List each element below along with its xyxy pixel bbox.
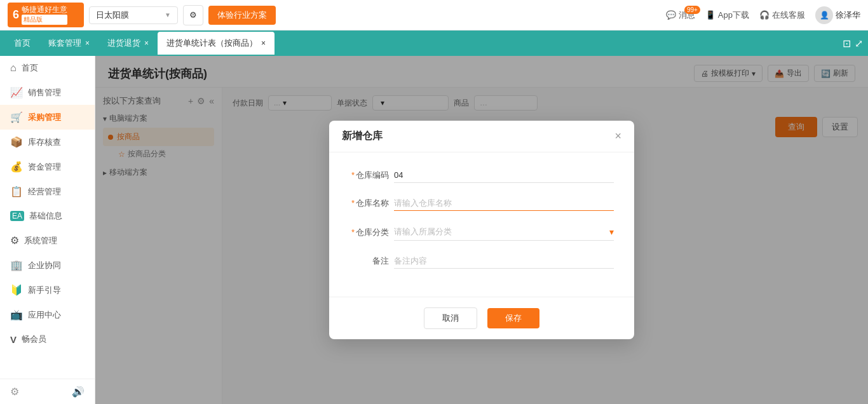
app-download-button[interactable]: 📱 App下载 <box>705 10 749 21</box>
sidebar-item-enterprise[interactable]: 🏢 企业协同 <box>0 253 95 278</box>
tab-purchase-return-close[interactable]: × <box>144 39 149 48</box>
warehouse-code-label: *仓库编码 <box>349 170 394 181</box>
modal-overlay: 新增仓库 × *仓库编码 *仓库名称 <box>95 56 868 404</box>
sidebar-item-basic[interactable]: EA 基础信息 <box>0 204 95 228</box>
main-layout: ⌂ 首页 📈 销售管理 🛒 采购管理 📦 库存核查 💰 资金管理 📋 经营管理 … <box>0 56 868 404</box>
sidebar-item-member[interactable]: V 畅会员 <box>0 327 95 351</box>
tab-purchase-stats-label: 进货单统计表（按商品） <box>166 37 257 49</box>
tab-restore-button[interactable]: ⊡ <box>843 37 851 50</box>
warehouse-category-label: *仓库分类 <box>349 227 394 238</box>
sidebar-settings-icon[interactable]: ⚙ <box>10 386 19 398</box>
tab-home[interactable]: 首页 <box>5 32 39 55</box>
warehouse-note-row: 备注 <box>349 253 614 269</box>
sidebar-item-guide[interactable]: 🔰 新手引导 <box>0 278 95 302</box>
sidebar-item-app[interactable]: 📺 应用中心 <box>0 302 95 327</box>
purchase-icon: 🛒 <box>10 111 23 123</box>
dialog-close-button[interactable]: × <box>614 130 621 143</box>
warehouse-name-input[interactable] <box>394 196 614 211</box>
online-service-button[interactable]: 🎧 在线客服 <box>759 10 805 21</box>
sales-icon: 📈 <box>10 86 23 98</box>
tab-account-label: 账套管理 <box>48 37 81 49</box>
warehouse-note-label: 备注 <box>349 255 394 267</box>
finance-icon: 💰 <box>10 161 23 173</box>
app-icon: 📱 <box>705 10 715 20</box>
enterprise-icon: 🏢 <box>10 259 23 271</box>
system-icon: ⚙ <box>10 234 19 246</box>
avatar: 👤 <box>815 6 833 24</box>
messages-button[interactable]: 💬 消息 99+ <box>666 10 695 21</box>
category-placeholder: 请输入所属分类 <box>394 226 452 238</box>
warehouse-category-row: *仓库分类 请输入所属分类 ▾ <box>349 224 614 241</box>
sidebar-item-purchase-label: 采购管理 <box>28 112 61 123</box>
cancel-button[interactable]: 取消 <box>424 307 477 329</box>
home-icon: ⌂ <box>10 62 17 74</box>
tab-account[interactable]: 账套管理 × <box>39 32 98 55</box>
tab-expand-button[interactable]: ⤢ <box>855 37 863 50</box>
sidebar-item-app-label: 应用中心 <box>28 309 61 321</box>
tab-bar: 首页 账套管理 × 进货退货 × 进货单统计表（按商品） × ⊡ ⤢ <box>0 30 868 56</box>
logo-badge: 精品版 <box>22 15 67 25</box>
sidebar-item-sales-label: 销售管理 <box>28 87 61 98</box>
tab-purchase-stats-close[interactable]: × <box>261 39 266 48</box>
tab-home-label: 首页 <box>14 37 31 49</box>
chevron-down-icon: ▼ <box>165 11 171 18</box>
tab-account-close[interactable]: × <box>85 39 90 48</box>
user-name: 徐泽华 <box>836 10 860 21</box>
guide-icon: 🔰 <box>10 284 23 296</box>
warehouse-name-label: *仓库名称 <box>349 198 394 209</box>
experience-button[interactable]: 体验行业方案 <box>208 6 276 25</box>
sidebar-item-enterprise-label: 企业协同 <box>28 260 61 271</box>
dialog-title: 新增仓库 <box>342 130 383 143</box>
sidebar-item-operation-label: 经营管理 <box>28 186 61 198</box>
dialog-body: *仓库编码 *仓库名称 *仓库分类 <box>329 152 634 297</box>
basic-icon: EA <box>10 211 24 221</box>
warehouse-code-input[interactable] <box>394 168 614 183</box>
top-bar: 6 畅捷通好生意 精品版 日太阳膜 ▼ ⚙ 体验行业方案 💬 消息 99+ 📱 … <box>0 0 868 30</box>
warehouse-code-row: *仓库编码 <box>349 168 614 183</box>
main-content: 进货单统计(按商品) 🖨 按模板打印 ▾ 📤 导出 🔄 刷新 <box>95 56 868 404</box>
tab-actions: ⊡ ⤢ <box>843 37 863 50</box>
user-info[interactable]: 👤 徐泽华 <box>815 6 860 24</box>
tab-purchase-return-label: 进货退货 <box>107 37 140 49</box>
required-star: * <box>351 170 355 180</box>
category-arrow-icon: ▾ <box>609 227 614 237</box>
sidebar-item-basic-label: 基础信息 <box>29 210 62 222</box>
add-warehouse-dialog: 新增仓库 × *仓库编码 *仓库名称 <box>329 121 634 339</box>
sidebar-item-sales[interactable]: 📈 销售管理 <box>0 80 95 105</box>
tab-purchase-return[interactable]: 进货退货 × <box>98 32 158 55</box>
save-button[interactable]: 保存 <box>487 308 539 328</box>
warehouse-note-input[interactable] <box>394 253 614 269</box>
member-icon: V <box>10 334 17 345</box>
sidebar-item-finance-label: 资金管理 <box>28 161 61 173</box>
sidebar-speaker-icon[interactable]: 🔊 <box>72 386 85 398</box>
top-right-actions: 💬 消息 99+ 📱 App下载 🎧 在线客服 👤 徐泽华 <box>666 6 860 24</box>
headset-icon: 🎧 <box>759 10 770 20</box>
tab-purchase-stats[interactable]: 进货单统计表（按商品） × <box>158 32 275 55</box>
gear-icon: ⚙ <box>189 10 197 20</box>
sidebar-item-operation[interactable]: 📋 经营管理 <box>0 179 95 204</box>
sidebar-item-home-label: 首页 <box>22 62 38 74</box>
sidebar-bottom: ⚙ 🔊 <box>0 379 95 404</box>
logo-icon: 6 <box>13 8 19 22</box>
sidebar: ⌂ 首页 📈 销售管理 🛒 采购管理 📦 库存核查 💰 资金管理 📋 经营管理 … <box>0 56 95 404</box>
sidebar-item-system[interactable]: ⚙ 系统管理 <box>0 228 95 253</box>
sidebar-item-member-label: 畅会员 <box>22 333 46 345</box>
app-center-icon: 📺 <box>10 309 23 321</box>
warehouse-name-row: *仓库名称 <box>349 196 614 211</box>
sidebar-item-home[interactable]: ⌂ 首页 <box>0 56 95 80</box>
sidebar-item-purchase[interactable]: 🛒 采购管理 <box>0 105 95 130</box>
required-star-3: * <box>351 227 355 237</box>
inventory-icon: 📦 <box>10 136 23 148</box>
sidebar-item-finance[interactable]: 💰 资金管理 <box>0 154 95 179</box>
dialog-footer: 取消 保存 <box>329 297 634 339</box>
sidebar-item-guide-label: 新手引导 <box>28 285 61 296</box>
sidebar-item-inventory-label: 库存核查 <box>28 137 61 148</box>
sidebar-item-inventory[interactable]: 📦 库存核查 <box>0 130 95 154</box>
logo-text: 畅捷通好生意 <box>22 5 67 14</box>
sidebar-item-system-label: 系统管理 <box>24 235 57 246</box>
message-icon: 💬 <box>666 10 676 20</box>
warehouse-category-select[interactable]: 请输入所属分类 ▾ <box>394 224 614 241</box>
settings-button[interactable]: ⚙ <box>183 5 203 25</box>
store-selector[interactable]: 日太阳膜 ▼ <box>89 6 178 24</box>
message-badge: 99+ <box>684 6 700 14</box>
